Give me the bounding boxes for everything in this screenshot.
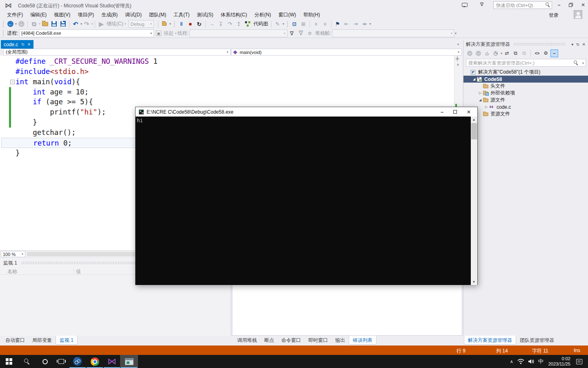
steam-taskbar-button[interactable] [69,355,87,368]
new-file-caret[interactable]: ▾ [39,22,40,26]
code-map-icon[interactable] [244,20,252,28]
close-tab-icon[interactable]: ✕ [27,42,31,47]
save-all-button[interactable] [59,20,67,28]
taskbar-search-button[interactable] [18,355,36,368]
suspend-label[interactable]: 挂起 [164,30,174,37]
save-button[interactable] [50,20,58,28]
undo-button[interactable]: ↶ [71,20,80,28]
suspend-icon[interactable]: ▣ [154,29,163,37]
wifi-icon[interactable] [517,359,524,364]
stop-debugging-button[interactable]: ■ [186,20,194,28]
tree-expander-icon[interactable]: ▷ [483,105,489,109]
console-scroll-down-icon[interactable]: ▼ [472,280,476,284]
tree-item-4[interactable]: ◢源文件 [463,96,588,103]
menu-item-10[interactable]: 分析(N) [251,11,275,18]
panel-tab-middle-3[interactable]: 即时窗口 [305,336,332,345]
tree-item-3[interactable]: ▷外部依赖项 [463,90,588,96]
next-bookmark-button[interactable]: ⇥ [352,20,360,28]
tree-item-2[interactable]: 头文件 [463,83,588,90]
explorer-home-icon[interactable]: ⌂ [483,49,491,57]
console-close-button[interactable]: ✕ [467,109,471,115]
chrome-taskbar-button[interactable] [86,355,104,368]
tree-item-1[interactable]: ◢Code58 [463,76,588,83]
preview-selected-items-icon[interactable]: – [550,49,558,57]
tree-expander-icon[interactable]: ▷ [477,91,483,95]
code-line[interactable]: #define _CRT_SECURE_NO_WARNINGS 1 [0,56,454,67]
splitter-handle[interactable]: ╪ [456,56,459,61]
scope-dropdown[interactable]: (全局范围) ▾ [3,49,231,56]
console-scroll-up-icon[interactable]: ▲ [472,118,476,121]
tree-expander-icon[interactable]: ◢ [471,77,477,81]
suspend-caret[interactable]: ▾ [175,31,176,35]
stack-frame-dropdown[interactable]: ▾ [332,29,454,37]
scroll-up-icon[interactable]: ▲ [456,62,460,66]
solution-search-caret[interactable]: ▾ [582,61,584,65]
step-over-button[interactable]: ↷ [226,20,234,28]
navigate-back-caret[interactable]: ▾ [15,22,17,26]
panel-tab-left-0[interactable]: 自动窗口 [2,336,29,345]
console-app-taskbar-button[interactable] [120,355,138,368]
explorer-forward-icon[interactable]: → [474,49,482,57]
undo-caret[interactable]: ▾ [80,22,82,26]
user-avatar[interactable] [574,10,582,19]
window-position-caret[interactable]: ▾ [571,42,573,47]
menu-item-3[interactable]: 项目(P) [74,11,98,18]
panel-tab-right-1[interactable]: 团队资源管理器 [516,336,558,345]
panel-tab-middle-0[interactable]: 调用堆栈 [234,336,261,345]
break-all-button[interactable]: ‖ [177,20,185,28]
solution-explorer-header[interactable]: 解决方案资源管理器 ▾ ⚲ ✕ [463,40,588,48]
console-title-bar[interactable]: E:\NCRE C\Code58\Debug\Code58.exe – ✕ [136,107,477,117]
console-scrollbar[interactable]: ▲ ▼ [471,117,477,285]
menu-item-8[interactable]: 测试(S) [193,11,217,18]
clear-bookmarks-button[interactable]: ⇻ [361,20,369,28]
member-dropdown[interactable]: main(void) ▾ [231,49,462,56]
redo-button[interactable]: ↷ [82,20,91,28]
new-window-icon[interactable]: ⊡ [290,20,298,28]
debug-toolbar-grip[interactable] [174,21,175,27]
minimize-button[interactable]: – [555,2,564,8]
console-maximize-button[interactable] [453,110,457,114]
console-output-area[interactable]: hi ▲ ▼ [136,117,477,285]
filter-caret[interactable]: ▾ [501,52,502,55]
menu-item-1[interactable]: 编辑(E) [27,11,50,18]
increase-indent-button[interactable]: ≡ [321,20,329,28]
thread-filter-icon[interactable]: ∇ [288,29,296,37]
comment-caret[interactable]: ▾ [283,22,284,26]
visual-studio-taskbar-button[interactable]: ⋈ [103,355,121,368]
explorer-back-icon[interactable]: ← [466,49,474,57]
continue-button-icon[interactable]: ▶ [97,20,105,28]
tree-item-6[interactable]: 资源文件 [463,110,588,117]
notifications-filter-icon[interactable]: ∇ [480,2,483,7]
restart-button[interactable]: ↻ [195,20,203,28]
restore-button[interactable] [567,2,576,8]
thread-flag-filter-icon[interactable]: ∇ [297,29,305,37]
continue-button-label[interactable]: 继续(C) [107,20,123,27]
step-into-button[interactable]: ↧ [217,20,225,28]
console-window[interactable]: E:\NCRE C\Code58\Debug\Code58.exe – ✕ hi… [135,107,478,285]
toolbar-grip[interactable] [2,21,4,27]
debug-location-grip[interactable] [2,30,4,36]
code-line[interactable]: int main(void){ [0,77,454,87]
editor-toolbar-grip[interactable] [287,21,288,27]
navigate-back-button[interactable]: ← [6,20,14,28]
speaker-icon[interactable] [528,359,535,364]
debug-location-overflow[interactable]: ▾ [455,31,457,35]
pending-changes-filter-icon[interactable]: ◷ [492,49,499,57]
code-line[interactable]: int age = 10; [0,87,454,97]
feedback-icon[interactable] [462,3,468,7]
solution-configuration-dropdown[interactable]: Debug▾ [129,20,154,28]
pin-panel-icon[interactable]: ⚲ [575,42,580,47]
panel-tab-middle-2[interactable]: 命令窗口 [278,336,305,345]
sync-with-active-document-icon[interactable]: ⇄ [503,49,511,57]
menu-item-7[interactable]: 工具(T) [170,11,193,18]
menu-item-0[interactable]: 文件(F) [3,11,27,18]
show-next-statement-icon[interactable]: → [208,20,216,28]
view-code-icon[interactable]: <> [533,49,541,57]
open-file-button[interactable] [41,20,49,28]
panel-tab-left-1[interactable]: 局部变量 [29,336,56,345]
menu-item-4[interactable]: 生成(B) [98,11,121,18]
decrease-indent-button[interactable]: ≡ [312,20,320,28]
tree-item-0[interactable]: 解决方案"Code58"(1 个项目) [463,69,588,76]
code-line[interactable]: #include<stdio.h> [0,67,454,77]
copy-window-icon[interactable]: ⊞ [299,20,307,28]
